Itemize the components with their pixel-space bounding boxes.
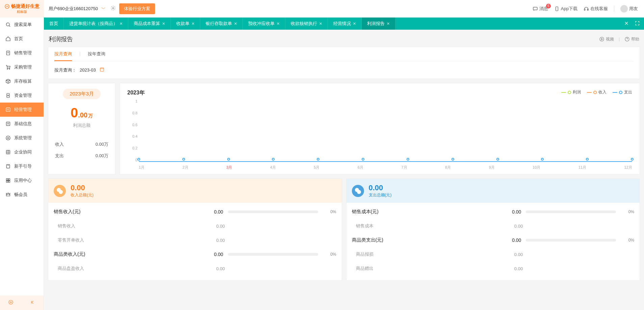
tab-2[interactable]: 商品成本重算✕ bbox=[128, 18, 171, 30]
filter-card: 按月查询 | 按年查询 按月查询： 2023-03 bbox=[48, 47, 640, 79]
chart-point[interactable] bbox=[317, 158, 319, 161]
cta-button[interactable]: 体验行业方案 bbox=[119, 3, 155, 14]
tab-close-icon[interactable]: ✕ bbox=[277, 22, 280, 26]
tab-label: 银行存取款单 bbox=[206, 21, 232, 27]
filter-date-value: 2023-03 bbox=[80, 67, 96, 73]
tab-7[interactable]: 经营情况✕ bbox=[328, 18, 362, 30]
logo-icon bbox=[4, 4, 10, 9]
legend-item-1[interactable]: 收入 bbox=[587, 89, 607, 95]
legend-item-2[interactable]: 支出 bbox=[613, 89, 632, 95]
tab-close-icon[interactable]: ✕ bbox=[387, 22, 390, 26]
sidebar-item-4[interactable]: 库存核算 bbox=[0, 74, 44, 88]
row-name: 销售成本 bbox=[356, 223, 462, 229]
sidebar-item-7[interactable]: 基础信息 bbox=[0, 117, 44, 131]
page-header: 利润报告 视频 | 帮助 bbox=[48, 33, 640, 47]
customer-service-link[interactable]: 在线客服 bbox=[584, 6, 608, 12]
income-row-4: 商品盘盈收入0.00 bbox=[54, 261, 336, 276]
sidebar-item-6[interactable]: 经营管理 bbox=[0, 103, 44, 117]
settings-icon[interactable] bbox=[110, 5, 116, 12]
row-name: 商品类支出(元) bbox=[352, 237, 459, 243]
org-selector[interactable]: 用户690企业1660120750 ﹀ bbox=[44, 6, 110, 12]
income-row-2: 零售开单收入0.00 bbox=[54, 233, 336, 247]
svg-rect-19 bbox=[8, 179, 10, 180]
tab-close-icon[interactable]: ✕ bbox=[319, 22, 322, 26]
sidebar-item-1[interactable]: 首页 bbox=[0, 32, 44, 46]
chart-point[interactable] bbox=[452, 158, 454, 161]
topbar: 畅捷通好生意 精标版 用户690企业1660120750 ﹀ 体验行业方案 消息… bbox=[0, 0, 644, 18]
video-link[interactable]: 视频 bbox=[599, 36, 614, 42]
tab-close-icon[interactable]: ✕ bbox=[353, 22, 356, 26]
sidebar-item-10[interactable]: 新手引导 bbox=[0, 159, 44, 173]
calendar-icon[interactable] bbox=[99, 67, 105, 73]
chart-card: 2023年 利润收入支出 10.80.60.40.20 1月2月3月4月5月6月… bbox=[120, 83, 640, 174]
tab-label: 利润报告 bbox=[367, 21, 385, 27]
chart-point[interactable] bbox=[227, 158, 230, 161]
sidebar-item-0[interactable]: 搜索菜单 bbox=[0, 18, 44, 32]
svg-point-15 bbox=[6, 136, 10, 140]
chart-series-line bbox=[139, 161, 632, 162]
chart-point[interactable] bbox=[137, 158, 140, 161]
x-tick: 10月 bbox=[533, 165, 540, 170]
tab-3[interactable]: 收款单✕ bbox=[171, 18, 200, 30]
filter-tab-month[interactable]: 按月查询 bbox=[54, 51, 72, 61]
progress-bar bbox=[228, 253, 318, 256]
chart-point[interactable] bbox=[362, 158, 364, 161]
app-download-link[interactable]: App下载 bbox=[554, 6, 577, 12]
chart-point[interactable] bbox=[272, 158, 275, 161]
svg-point-1 bbox=[112, 7, 114, 9]
sidebar-item-2[interactable]: 销售管理 bbox=[0, 46, 44, 60]
sidebar-item-9[interactable]: 企业协同 bbox=[0, 145, 44, 159]
team-icon bbox=[5, 149, 11, 155]
tab-close-icon[interactable]: ✕ bbox=[120, 22, 123, 26]
tab-close-icon[interactable]: ✕ bbox=[162, 22, 165, 26]
income-total-label: 收入总额(元) bbox=[71, 192, 94, 198]
tab-close-icon[interactable]: ✕ bbox=[191, 22, 195, 26]
tab-label: 首页 bbox=[49, 21, 58, 27]
tab-close-icon[interactable]: ✕ bbox=[234, 22, 237, 26]
expense-panel: 0.00 支出总额(元) 销售成本(元)0.000%销售成本0.00商品类支出(… bbox=[346, 178, 640, 281]
income-row-1: 销售收入0.00 bbox=[54, 219, 336, 233]
msg-badge: 6 bbox=[546, 4, 551, 8]
svg-point-8 bbox=[7, 68, 8, 69]
tab-bar: 首页进货单统计表（按商品）✕商品成本重算✕收款单✕银行存取款单✕预收冲应收单✕收… bbox=[44, 18, 644, 30]
tab-5[interactable]: 预收冲应收单✕ bbox=[243, 18, 285, 30]
summary-expense-row: 支出0.00万 bbox=[54, 150, 110, 162]
tab-8[interactable]: 利润报告✕ bbox=[362, 18, 395, 30]
svg-rect-26 bbox=[100, 68, 104, 71]
svg-point-22 bbox=[10, 302, 11, 303]
fullscreen-icon[interactable] bbox=[633, 19, 641, 28]
chart-point[interactable] bbox=[496, 158, 499, 161]
svg-point-11 bbox=[8, 95, 9, 96]
svg-rect-17 bbox=[6, 165, 9, 168]
chart-point[interactable] bbox=[541, 158, 544, 161]
chart-legend: 利润收入支出 bbox=[561, 89, 632, 95]
tab-1[interactable]: 进货单统计表（按商品）✕ bbox=[64, 18, 128, 30]
row-value: 0.00 bbox=[163, 266, 225, 271]
tab-label: 预收冲应收单 bbox=[248, 21, 275, 27]
sidebar-item-8[interactable]: 系统管理 bbox=[0, 131, 44, 145]
tab-6[interactable]: 收款核销执行✕ bbox=[285, 18, 328, 30]
messages-link[interactable]: 消息 6 bbox=[533, 6, 548, 12]
close-all-tabs-icon[interactable] bbox=[622, 19, 630, 28]
sidebar-item-5[interactable]: 资金管理 bbox=[0, 88, 44, 103]
money-icon bbox=[5, 93, 11, 98]
tab-4[interactable]: 银行存取款单✕ bbox=[200, 18, 243, 30]
chart-point[interactable] bbox=[631, 158, 634, 161]
chart-point[interactable] bbox=[586, 158, 589, 161]
tab-label: 收款核销执行 bbox=[291, 21, 317, 27]
x-tick: 9月 bbox=[489, 165, 495, 170]
legend-item-0[interactable]: 利润 bbox=[561, 89, 581, 95]
chart-point[interactable] bbox=[182, 158, 185, 161]
sidebar-item-11[interactable]: 应用中心 bbox=[0, 173, 44, 188]
svg-rect-4 bbox=[584, 9, 585, 10]
sidebar-gear-icon[interactable] bbox=[8, 300, 14, 306]
sidebar-collapse-icon[interactable] bbox=[30, 300, 35, 306]
tab-0[interactable]: 首页 bbox=[44, 18, 64, 30]
help-link[interactable]: 帮助 bbox=[624, 36, 639, 42]
box-icon bbox=[5, 79, 11, 84]
chart-point[interactable] bbox=[407, 158, 409, 161]
filter-tab-year[interactable]: 按年查询 bbox=[88, 51, 105, 61]
sidebar-item-12[interactable]: 畅会员 bbox=[0, 188, 44, 202]
user-menu[interactable]: 用友 bbox=[620, 5, 638, 12]
sidebar-item-3[interactable]: 采购管理 bbox=[0, 60, 44, 74]
